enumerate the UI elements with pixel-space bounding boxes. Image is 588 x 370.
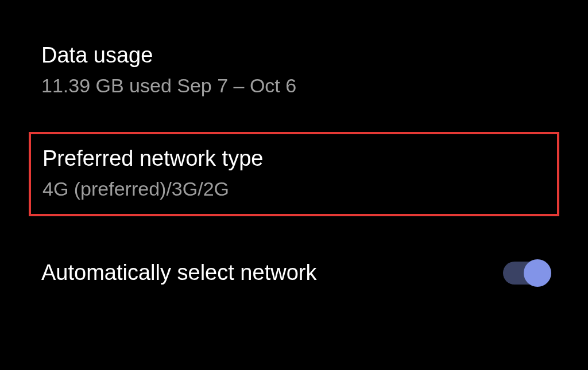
data-usage-title: Data usage — [41, 41, 547, 69]
data-usage-subtitle: 11.39 GB used Sep 7 – Oct 6 — [41, 73, 547, 98]
settings-list: Data usage 11.39 GB used Sep 7 – Oct 6 P… — [0, 0, 588, 303]
auto-select-network-toggle[interactable] — [503, 262, 547, 285]
data-usage-item[interactable]: Data usage 11.39 GB used Sep 7 – Oct 6 — [0, 0, 588, 115]
preferred-network-item[interactable]: Preferred network type 4G (preferred)/3G… — [29, 132, 559, 217]
preferred-network-subtitle: 4G (preferred)/3G/2G — [42, 176, 546, 201]
preferred-network-title: Preferred network type — [42, 145, 546, 173]
auto-select-network-item[interactable]: Automatically select network — [0, 233, 588, 303]
auto-select-network-title: Automatically select network — [41, 259, 316, 287]
toggle-thumb — [524, 259, 551, 287]
